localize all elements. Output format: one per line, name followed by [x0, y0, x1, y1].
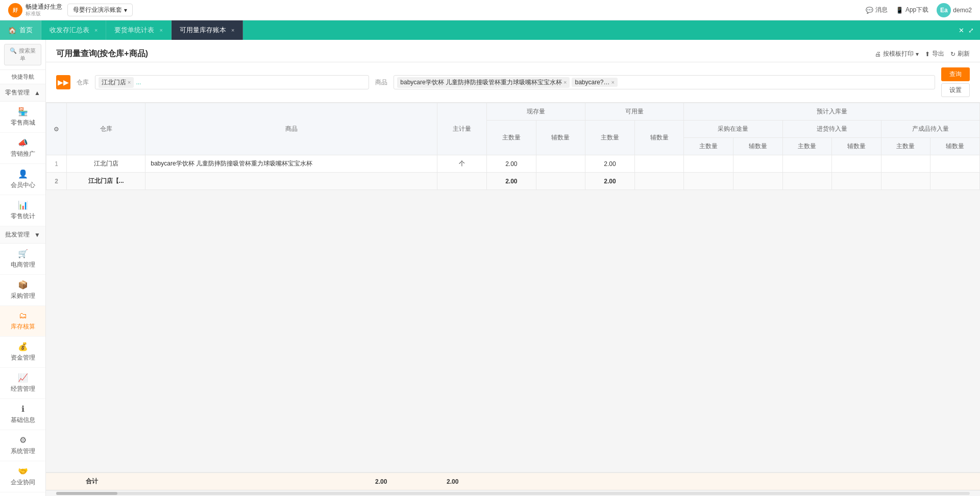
chevron-icon: ▲ [34, 89, 40, 97]
sidebar-item-purchase[interactable]: 📦 采购管理 [0, 275, 45, 306]
filter-btn-group: 查询 设置 [941, 67, 970, 97]
sidebar-item-marketing[interactable]: 📣 营销推广 [0, 133, 45, 164]
product-tag-1: babycare学饮杯 儿童防摔防撞吸管杯重力球吸嘴杯宝宝水杯 × [397, 77, 570, 88]
more-warehouse-btn[interactable]: ... [136, 79, 141, 86]
row2-avail-main: 2.00 [585, 173, 635, 190]
th-pp-aux: 辅数量 [930, 138, 980, 155]
th-projected: 预计入库量 [684, 103, 980, 121]
close-all-icon[interactable]: ✕ [959, 27, 964, 34]
remove-product-tag-2-icon[interactable]: × [611, 79, 615, 85]
row1-pp-aux [930, 155, 980, 173]
logo-icon: 好 [8, 3, 22, 17]
export-btn[interactable]: ⬆ 导出 [925, 50, 944, 58]
quick-nav-btn[interactable]: 快捷导航 [0, 70, 45, 84]
row2-current-main: 2.00 [487, 173, 536, 190]
close-icon[interactable]: × [159, 27, 162, 33]
refresh-btn[interactable]: ↻ 刷新 [950, 50, 970, 58]
remove-tag-icon[interactable]: × [128, 79, 131, 85]
sidebar-item-inventory[interactable]: 🗂 库存核算 [0, 306, 45, 337]
row1-pt-aux [733, 155, 782, 173]
basic-info-icon: ℹ [21, 404, 24, 414]
column-settings-icon[interactable]: ⚙ [54, 126, 59, 133]
row1-product: babycare学饮杯 儿童防摔防撞吸管杯重力球吸嘴杯宝宝水杯 [145, 155, 437, 173]
product-filter[interactable]: babycare学饮杯 儿童防摔防撞吸管杯重力球吸嘴杯宝宝水杯 × babyca… [394, 75, 935, 89]
row2-pp-main [881, 173, 930, 190]
sidebar-item-wholesale-mgmt[interactable]: 批发管理 ▼ [0, 226, 45, 244]
remove-product-tag-icon[interactable]: × [564, 79, 567, 85]
th-current-main: 主数量 [487, 121, 536, 155]
retail-mall-icon: 🏪 [18, 107, 28, 116]
close-icon[interactable]: × [94, 27, 97, 33]
warehouse-filter[interactable]: 江北门店 × ... [95, 75, 369, 89]
page-header: 可用量查询(按仓库+商品) 🖨 按模板打印 ▾ ⬆ 导出 ↻ 刷新 [46, 40, 980, 62]
download-icon: 📱 [896, 7, 903, 14]
row1-pp-main [881, 155, 930, 173]
print-template-btn[interactable]: 🖨 按模板打印 ▾ [875, 50, 919, 58]
product-label: 商品 [375, 78, 387, 87]
filter-toggle-btn[interactable]: ▶▶ [56, 75, 70, 89]
th-avail-aux: 辅数量 [634, 121, 684, 155]
row1-ip-main [782, 155, 832, 173]
th-settings[interactable]: ⚙ [46, 103, 67, 155]
sidebar-item-basic-info[interactable]: ℹ 基础信息 [0, 399, 45, 430]
inventory-icon: 🗂 [19, 311, 27, 320]
sidebar-item-retail-mall[interactable]: 🏪 零售商城 [0, 102, 45, 133]
tab-home[interactable]: 🏠 首页 [0, 20, 41, 40]
page-header-actions: 🖨 按模板打印 ▾ ⬆ 导出 ↻ 刷新 [875, 50, 970, 58]
th-current-aux: 辅数量 [536, 121, 585, 155]
app-download-btn[interactable]: 📱 App下载 [896, 6, 928, 14]
bottom-scrollbar[interactable] [46, 490, 980, 496]
row1-avail-aux [634, 155, 684, 173]
chevron-down-icon: ▾ [124, 7, 127, 14]
sidebar-item-system[interactable]: ⚙ 系统管理 [0, 430, 45, 461]
sidebar-item-retail-mgmt[interactable]: 零售管理 ▲ [0, 84, 45, 102]
nav-tabs: 🏠 首页 收发存汇总表 × 要货单统计表 × 可用量库存账本 × ✕ ⤢ [0, 20, 980, 40]
system-icon: ⚙ [19, 435, 27, 445]
footer-label: 合计 [71, 477, 112, 486]
tab-order-stats[interactable]: 要货单统计表 × [106, 20, 171, 40]
sidebar-item-new-guide[interactable]: 🌟 新手引导 [0, 492, 45, 496]
expand-icon[interactable]: ⤢ [968, 27, 974, 34]
sidebar-item-ecommerce[interactable]: 🛒 电商管理 [0, 244, 45, 275]
th-ip-aux: 辅数量 [832, 138, 881, 155]
purchase-icon: 📦 [18, 280, 28, 290]
th-warehouse: 仓库 [67, 103, 145, 155]
footer-current-main: 2.00 [366, 478, 397, 485]
stats-icon: 📊 [18, 200, 28, 210]
close-icon[interactable]: × [231, 27, 234, 33]
sidebar-search-area: 🔍 搜索菜单 [0, 40, 45, 70]
table-row: 1 江北门店 babycare学饮杯 儿童防摔防撞吸管杯重力球吸嘴杯宝宝水杯 个… [46, 155, 980, 173]
sidebar-item-finance[interactable]: 💰 资金管理 [0, 337, 45, 368]
tab-receive-summary[interactable]: 收发存汇总表 × [41, 20, 106, 40]
sidebar-item-member-center[interactable]: 👤 会员中心 [0, 164, 45, 195]
table-row: 2 江北门店【... 2.00 2.00 [46, 173, 980, 190]
th-pp-main: 主数量 [881, 138, 930, 155]
home-icon: 🏠 [8, 27, 16, 34]
row1-current-main: 2.00 [487, 155, 536, 173]
search-menu-btn[interactable]: 🔍 搜索菜单 [4, 44, 41, 65]
scroll-track [56, 492, 970, 495]
row2-current-aux [536, 173, 585, 190]
th-pt-aux: 辅数量 [733, 138, 782, 155]
table-footer: 合计 2.00 2.00 [46, 472, 980, 490]
product-tag-2: babycare?… × [572, 78, 617, 87]
th-current-stock: 现存量 [487, 103, 585, 121]
scroll-thumb[interactable] [56, 492, 117, 495]
query-button[interactable]: 查询 [941, 67, 970, 81]
message-btn[interactable]: 💬 消息 [866, 6, 888, 14]
sidebar-item-retail-stats[interactable]: 📊 零售统计 [0, 195, 45, 226]
setting-button[interactable]: 设置 [941, 83, 970, 97]
chevron-down-icon: ▾ [916, 51, 919, 58]
footer-avail-main: 2.00 [437, 478, 468, 485]
th-purchase-transit: 采购在途量 [684, 121, 782, 138]
row2-warehouse: 江北门店【... [67, 173, 145, 190]
user-profile[interactable]: Ea demo2 [937, 3, 972, 17]
tab-available-stock[interactable]: 可用量库存账本 × [172, 20, 243, 40]
row2-ip-aux [832, 173, 881, 190]
industry-selector[interactable]: 母婴行业演示账套 ▾ [67, 4, 133, 16]
sidebar-item-operation[interactable]: 📈 经营管理 [0, 368, 45, 399]
th-main-unit: 主计量 [437, 103, 487, 155]
sidebar-item-enterprise-coop[interactable]: 🤝 企业协同 [0, 461, 45, 492]
finance-icon: 💰 [18, 342, 28, 351]
row2-pt-main [684, 173, 733, 190]
